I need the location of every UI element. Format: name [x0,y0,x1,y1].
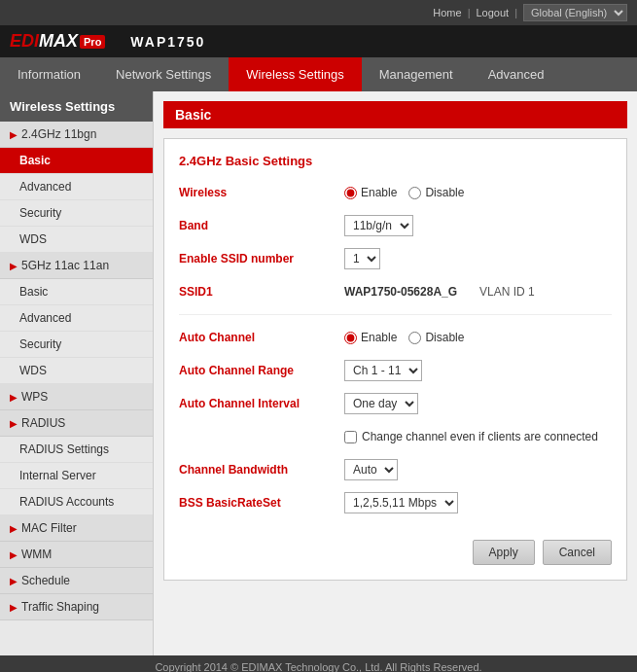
sidebar: Wireless Settings ▶ 2.4GHz 11bgn Basic A… [0,91,154,655]
wireless-disable-option[interactable]: Disable [408,186,464,199]
sidebar-group-2ghz: ▶ 2.4GHz 11bgn Basic Advanced Security W… [0,122,153,253]
wireless-disable-label: Disable [425,186,464,199]
auto-channel-interval-select[interactable]: One day [344,393,418,414]
auto-channel-range-select[interactable]: Ch 1 - 11 [344,360,422,381]
ssid1-value: WAP1750-05628A_G [344,285,457,299]
enable-ssid-label: Enable SSID number [179,252,344,265]
sidebar-item-basic-2g[interactable]: Basic [0,148,153,174]
sidebar-item-advanced-2g[interactable]: Advanced [0,174,153,200]
vlan-label: VLAN ID 1 [479,285,535,299]
pro-badge: Pro [80,35,105,49]
auto-channel-enable-radio[interactable] [344,332,357,344]
auto-channel-disable-option[interactable]: Disable [408,331,464,344]
sidebar-group-5ghz-title[interactable]: ▶ 5GHz 11ac 11an [0,253,153,279]
channel-bandwidth-label: Channel Bandwidth [179,463,344,477]
sidebar-item-wds-5g[interactable]: WDS [0,358,153,384]
band-row: Band 11b/g/n [179,213,612,238]
settings-box-title: 2.4GHz Basic Settings [179,154,612,168]
change-channel-checkbox-row: Change channel even if clients are conne… [344,430,598,443]
chevron-right-icon-schedule: ▶ [10,576,18,586]
sidebar-item-wds-2g[interactable]: WDS [0,227,153,253]
sidebar-item-wmm[interactable]: ▶ WMM [0,542,153,568]
wireless-label: Wireless [179,186,344,199]
auto-channel-range-value: Ch 1 - 11 [344,360,422,381]
ssid1-row: SSID1 WAP1750-05628A_G VLAN ID 1 [179,279,612,304]
auto-channel-disable-radio[interactable] [408,332,421,344]
nav-information[interactable]: Information [0,57,98,91]
auto-channel-row: Auto Channel Enable Disable [179,325,612,350]
sidebar-item-internal-server[interactable]: Internal Server [0,463,153,489]
sidebar-item-radius-accounts[interactable]: RADIUS Accounts [0,489,153,515]
sidebar-item-security-5g[interactable]: Security [0,332,153,358]
chevron-right-icon-wmm: ▶ [10,549,18,560]
sidebar-group-5ghz: ▶ 5GHz 11ac 11an Basic Advanced Security… [0,253,153,384]
wireless-enable-label: Enable [361,186,397,199]
ssid1-label: SSID1 [179,285,344,299]
wireless-radio-group: Enable Disable [344,186,464,199]
auto-channel-radio-group: Enable Disable [344,331,464,344]
band-value: 11b/g/n [344,215,413,236]
wireless-disable-radio[interactable] [408,187,421,199]
auto-channel-enable-label: Enable [361,331,397,344]
sidebar-group-2ghz-title[interactable]: ▶ 2.4GHz 11bgn [0,122,153,148]
sidebar-item-security-2g[interactable]: Security [0,200,153,227]
wireless-enable-radio[interactable] [344,187,357,199]
nav-network-settings[interactable]: Network Settings [98,57,229,91]
chevron-down-icon: ▶ [10,129,18,140]
logout-link[interactable]: Logout [476,7,509,18]
auto-channel-interval-area: One day [344,393,418,414]
wireless-enable-option[interactable]: Enable [344,186,397,199]
sidebar-item-traffic-shaping[interactable]: ▶ Traffic Shaping [0,594,153,620]
chevron-right-icon-mac: ▶ [10,523,18,534]
nav-management[interactable]: Management [362,57,471,91]
channel-bandwidth-select[interactable]: Auto [344,459,398,480]
model-name: WAP1750 [130,34,205,50]
sidebar-item-basic-5g[interactable]: Basic [0,279,153,305]
chevron-down-icon-radius: ▶ [10,418,18,429]
sidebar-item-radius-settings[interactable]: RADIUS Settings [0,437,153,463]
chevron-right-icon-traffic: ▶ [10,602,18,613]
apply-button[interactable]: Apply [473,540,535,565]
band-select[interactable]: 11b/g/n [344,215,413,236]
bss-select[interactable]: 1,2,5.5,11 Mbps [344,492,458,513]
nav-bar: Information Network Settings Wireless Se… [0,57,637,91]
sidebar-item-advanced-5g[interactable]: Advanced [0,305,153,332]
brand-name: EDIMAX [10,31,78,52]
sidebar-item-wps[interactable]: ▶ WPS [0,384,153,410]
change-channel-label: Change channel even if clients are conne… [362,430,598,443]
content-area: Basic 2.4GHz Basic Settings Wireless Ena… [154,91,637,655]
auto-channel-range-label: Auto Channel Range [179,364,344,377]
wireless-row: Wireless Enable Disable [179,180,612,205]
footer: Copyright 2014 © EDIMAX Technology Co., … [0,655,637,672]
settings-box: 2.4GHz Basic Settings Wireless Enable Di… [163,138,627,581]
change-channel-row: Change channel even if clients are conne… [179,424,612,449]
channel-bandwidth-row: Channel Bandwidth Auto [179,457,612,482]
auto-channel-enable-option[interactable]: Enable [344,331,397,344]
content-header: Basic [163,101,627,128]
auto-channel-label: Auto Channel [179,331,344,344]
enable-ssid-row: Enable SSID number 1 [179,246,612,271]
auto-channel-interval-label: Auto Channel Interval [179,397,344,410]
chevron-right-icon: ▶ [10,261,18,271]
sidebar-item-mac-filter[interactable]: ▶ MAC Filter [0,515,153,542]
enable-ssid-select[interactable]: 1 [344,248,380,269]
sidebar-title: Wireless Settings [0,91,153,122]
logo-bar: EDIMAX Pro WAP1750 [0,25,637,57]
band-label: Band [179,219,344,232]
sidebar-item-radius[interactable]: ▶ RADIUS [0,410,153,437]
change-channel-value: Change channel even if clients are conne… [344,430,598,443]
home-link[interactable]: Home [433,7,461,18]
bss-label: BSS BasicRateSet [179,496,344,510]
nav-advanced[interactable]: Advanced [471,57,562,91]
language-select[interactable]: Global (English) [523,4,627,21]
auto-channel-range-row: Auto Channel Range Ch 1 - 11 [179,358,612,383]
cancel-button[interactable]: Cancel [543,540,612,565]
sidebar-item-schedule[interactable]: ▶ Schedule [0,568,153,594]
nav-wireless-settings[interactable]: Wireless Settings [229,57,361,91]
change-channel-checkbox[interactable] [344,431,357,443]
channel-bandwidth-value: Auto [344,459,398,480]
bss-row: BSS BasicRateSet 1,2,5.5,11 Mbps [179,490,612,515]
button-row: Apply Cancel [179,530,612,565]
divider-1 [179,314,612,315]
chevron-right-icon-wps: ▶ [10,392,18,403]
